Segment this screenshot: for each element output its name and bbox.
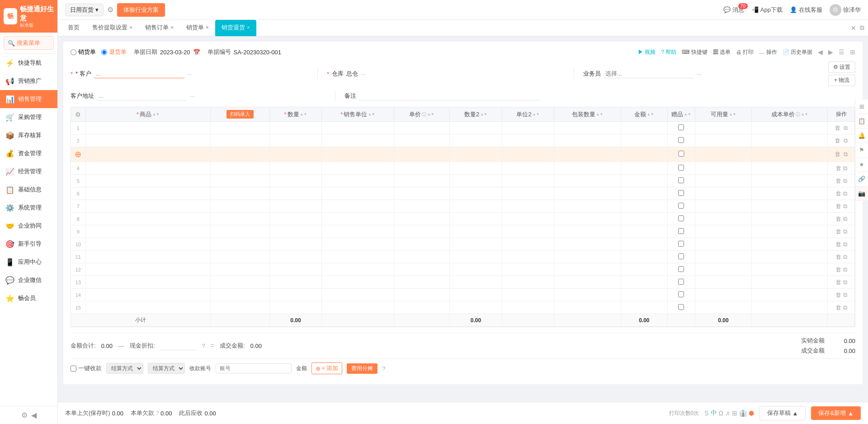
next-record-icon[interactable]: ▶ xyxy=(828,48,833,56)
gift-checkbox-11[interactable] xyxy=(678,253,684,259)
tab-close-sales-order[interactable]: × xyxy=(170,24,174,31)
row-2-amount[interactable] xyxy=(621,134,667,147)
tab-window-button[interactable]: ⧉ xyxy=(860,24,864,32)
row-3-product[interactable] xyxy=(85,147,211,162)
breadcrumb-select[interactable]: 日用百货 ▾ xyxy=(65,4,104,16)
row-3-unit2[interactable] xyxy=(502,147,554,162)
tab-sales-return[interactable]: 销货退货 × xyxy=(215,20,256,36)
copy-row-13-icon[interactable]: ⧉ xyxy=(843,279,847,286)
s-icon-5[interactable]: ⊞ xyxy=(732,410,737,417)
notification-item[interactable]: 💬 70 消息 xyxy=(723,6,744,14)
gift-checkbox-13[interactable] xyxy=(678,279,684,285)
row-2-qty2[interactable] xyxy=(450,134,502,147)
staff-input[interactable] xyxy=(604,69,694,78)
row-3-quantity[interactable] xyxy=(269,147,321,162)
copy-row-5-icon[interactable]: ⧉ xyxy=(843,177,847,184)
delete-row-14-icon[interactable]: 🗑 xyxy=(835,291,841,298)
row-3-plus[interactable]: ⊕ xyxy=(71,147,85,162)
sidebar-item-marketing[interactable]: 📢 营销推广 xyxy=(0,72,57,90)
row-1-unit2[interactable] xyxy=(502,122,554,134)
radio-return-label[interactable]: 退货单 xyxy=(101,48,127,56)
right-toolbar-btn-7[interactable]: 📷 xyxy=(855,186,868,201)
delete-row-5-icon[interactable]: 🗑 xyxy=(835,177,841,184)
gift-checkbox-8[interactable] xyxy=(678,215,684,221)
unit-sort-icon[interactable]: ▲▼ xyxy=(368,113,375,116)
save-new-button[interactable]: 保存&新增 ▲ xyxy=(811,406,861,420)
help-link[interactable]: ? 帮助 xyxy=(661,48,676,56)
delete-row-7-icon[interactable]: 🗑 xyxy=(835,203,841,210)
s-icon-7[interactable]: ⬢ xyxy=(749,410,754,417)
tab-close-all-button[interactable]: ✕ xyxy=(851,24,856,32)
s-icon-3[interactable]: Ω xyxy=(719,410,723,417)
delete-row-13-icon[interactable]: 🗑 xyxy=(835,279,841,286)
qty2-sort-icon[interactable]: ▲▼ xyxy=(480,113,487,116)
customer-input[interactable] xyxy=(94,69,184,78)
prev-record-icon[interactable]: ◀ xyxy=(818,48,823,56)
gift-checkbox-14[interactable] xyxy=(678,291,684,297)
s-icon-4[interactable]: ♬ xyxy=(725,410,730,417)
product-input-3[interactable] xyxy=(89,151,208,157)
copy-row-11-icon[interactable]: ⧉ xyxy=(843,253,847,260)
row-2-unit2[interactable] xyxy=(502,134,554,147)
row-3-price[interactable] xyxy=(394,147,450,162)
history-link[interactable]: 📄 历史单据 xyxy=(783,48,812,56)
collapse-sidebar-icon[interactable]: ◀ xyxy=(31,411,37,419)
gift-checkbox-15[interactable] xyxy=(678,304,684,310)
delete-row-8-icon[interactable]: 🗑 xyxy=(835,215,841,222)
sidebar-item-quick[interactable]: ⚡ 快捷导航 xyxy=(0,54,57,72)
sidebar-item-inventory[interactable]: 📦 库存核算 xyxy=(0,126,57,144)
right-toolbar-btn-1[interactable]: ⊞ xyxy=(855,100,868,114)
delete-row-4-icon[interactable]: 🗑 xyxy=(835,165,841,172)
select-link[interactable]: ☰ 选单 xyxy=(713,48,731,56)
copy-row-6-icon[interactable]: ⧉ xyxy=(843,190,847,197)
debt-help-icon[interactable]: ? xyxy=(156,410,159,416)
gift-checkbox-10[interactable] xyxy=(678,241,684,247)
account-input[interactable] xyxy=(216,363,292,373)
customer-picker-icon[interactable]: ··· xyxy=(187,71,192,77)
tab-sales-order[interactable]: 销售订单 × xyxy=(139,20,180,36)
row-2-gift[interactable] xyxy=(667,134,695,147)
gift-sort-icon[interactable]: ▲▼ xyxy=(684,113,691,116)
s-icon-6[interactable]: 👔 xyxy=(739,410,747,417)
delete-row-15-icon[interactable]: 🗑 xyxy=(835,304,841,311)
address-input[interactable] xyxy=(97,91,187,100)
gift-checkbox-1[interactable] xyxy=(678,124,684,130)
right-toolbar-btn-6[interactable]: 🔗 xyxy=(855,172,868,186)
tab-close-sales-invoice[interactable]: × xyxy=(206,24,209,31)
copy-row-1-icon[interactable]: ⧉ xyxy=(844,124,848,131)
row-1-unit[interactable] xyxy=(322,122,394,134)
delete-row-11-icon[interactable]: 🗑 xyxy=(835,253,841,260)
remark-input[interactable] xyxy=(359,91,540,100)
gift-checkbox-4[interactable] xyxy=(678,165,684,171)
fee-split-button[interactable]: 费用分摊 xyxy=(347,363,377,374)
gift-checkbox-6[interactable] xyxy=(678,190,684,196)
copy-row-14-icon[interactable]: ⧉ xyxy=(843,291,847,298)
tab-sales-invoice[interactable]: 销货单 × xyxy=(180,20,215,36)
settings-button[interactable]: ⚙ 设置 xyxy=(828,62,855,73)
logistics-button[interactable]: + 物流 xyxy=(828,75,855,86)
help-icon[interactable]: ? xyxy=(202,343,205,349)
right-toolbar-btn-4[interactable]: ⚑ xyxy=(855,143,868,157)
row-1-cost-price[interactable] xyxy=(752,122,828,134)
gift-checkbox-7[interactable] xyxy=(678,203,684,209)
row-3-available[interactable] xyxy=(695,147,751,162)
delete-row-3-icon[interactable]: 🗑 xyxy=(835,151,840,157)
online-service-item[interactable]: 👤 在线客服 xyxy=(790,6,822,14)
radio-sales-label[interactable]: 销货单 xyxy=(71,48,96,56)
s-icon-1[interactable]: S xyxy=(704,410,708,417)
view-grid-icon[interactable]: ⊞ xyxy=(850,48,855,56)
gift-checkbox-3[interactable] xyxy=(670,151,692,157)
radio-sales[interactable] xyxy=(71,49,76,55)
address-picker-icon[interactable]: ··· xyxy=(190,93,195,100)
tab-close-sales-return[interactable]: × xyxy=(247,24,250,31)
quantity-sort-icon[interactable]: ▲▼ xyxy=(300,113,307,116)
sidebar-item-purchase[interactable]: 🛒 采购管理 xyxy=(0,108,57,126)
row-2-price[interactable] xyxy=(394,134,450,147)
view-list-icon[interactable]: ☰ xyxy=(839,48,844,56)
row-3-unit[interactable] xyxy=(322,147,394,162)
packqty-sort-icon[interactable]: ▲▼ xyxy=(596,113,604,116)
copy-row-12-icon[interactable]: ⧉ xyxy=(843,266,847,273)
one-click-pay-checkbox[interactable] xyxy=(71,366,76,372)
settlement-select[interactable]: 结算方式 xyxy=(106,363,143,374)
available-sort-icon[interactable]: ▲▼ xyxy=(729,113,736,116)
